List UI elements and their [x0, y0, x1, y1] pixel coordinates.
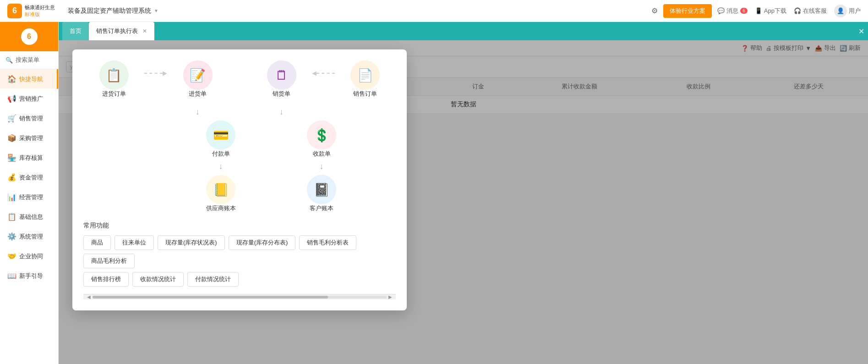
flow-node-customer-ledger: 📓 客户账本: [285, 175, 358, 212]
sidebar-item-system[interactable]: ⚙️ 系统管理: [0, 227, 58, 246]
logo-text: 畅康通好生意 标准版: [25, 4, 55, 17]
down-arrow-receipt: ↓: [285, 162, 358, 171]
func-buttons-row2: 销售排行榜 收款情况统计 付款情况统计: [83, 272, 396, 287]
logo-letter: 6: [12, 6, 17, 16]
func-btn-stock-dist[interactable]: 现存量(库存分布表): [229, 235, 296, 250]
sidebar-item-label: 快捷导航: [19, 75, 43, 83]
sidebar-item-business[interactable]: 📊 经营管理: [0, 187, 58, 207]
sidebar-item-label: 企业协同: [19, 252, 43, 261]
down-arrow-payment: ↓: [184, 162, 257, 171]
sidebar-item-purchase[interactable]: 📦 采购管理: [0, 128, 58, 148]
quick-guide-modal: 📋 进货订单 ▶ 📝 进货单: [72, 49, 407, 310]
sidebar-item-marketing[interactable]: 📢 营销推广: [0, 89, 58, 109]
finance-icon: 💰: [7, 173, 16, 182]
top-bar: 6 畅康通好生意 标准版 装备及固定资产辅助管理系统 ▼ ⚙ 体验行业方案 💬 …: [0, 0, 868, 22]
dropdown-arrow-icon[interactable]: ▼: [154, 8, 158, 13]
online-service-btn[interactable]: 🎧 在线客服: [794, 7, 827, 15]
receipt-bill-icon: 💲: [307, 120, 336, 150]
top-right-actions: 💬 消息 6 📱 App下载 🎧 在线客服 👤 用户: [717, 5, 861, 17]
sidebar-item-guide[interactable]: 📖 新手引导: [0, 266, 58, 286]
func-btn-product-margin[interactable]: 商品毛利分析: [83, 254, 135, 268]
user-btn[interactable]: 👤 用户: [834, 5, 861, 17]
flow-node-receipt-bill: 💲 收款单: [285, 120, 358, 158]
purchase-order-label: 进货订单: [102, 90, 126, 98]
headset-icon: 🎧: [794, 7, 801, 14]
flow-node-sales-bill: 🗒 销货单: [251, 60, 312, 98]
sidebar-item-label: 新手引导: [19, 272, 43, 280]
sales-bill-label: 销货单: [273, 90, 290, 98]
sidebar-item-enterprise[interactable]: 🤝 企业协同: [0, 246, 58, 266]
modal-overlay: 📋 进货订单 ▶ 📝 进货单: [59, 40, 868, 364]
func-btn-sales-rank[interactable]: 销售排行榜: [83, 272, 129, 287]
sidebar-logo-img: 6: [21, 28, 38, 45]
system-title: 装备及固定资产辅助管理系统 ▼: [68, 7, 646, 15]
sidebar-item-basic-info[interactable]: 📋 基础信息: [0, 207, 58, 227]
sidebar-item-label: 经营管理: [19, 193, 43, 201]
sidebar-item-quick-nav[interactable]: 🏠 快捷导航: [0, 69, 58, 89]
scroll-left-icon[interactable]: ◀: [87, 294, 91, 299]
sidebar-item-label: 基础信息: [19, 213, 43, 221]
sidebar-logo: 6: [0, 22, 58, 51]
scroll-right-icon[interactable]: ▶: [388, 294, 392, 299]
flow-down-arrows-1: ↓ ↓: [83, 105, 396, 119]
sidebar-item-label: 销售管理: [19, 114, 43, 123]
app-download-btn[interactable]: 📱 App下载: [755, 7, 786, 15]
func-btn-sales-margin[interactable]: 销售毛利分析表: [299, 235, 356, 250]
logo-icon: 6: [7, 4, 22, 18]
home-icon: 🏠: [7, 75, 16, 83]
sidebar-item-finance[interactable]: 💰 资金管理: [0, 168, 58, 187]
common-func-title: 常用功能: [83, 222, 396, 230]
modal-scrollbar[interactable]: ◀ ▶: [83, 294, 396, 299]
receipt-bill-label: 收款单: [313, 150, 331, 158]
down-arrow-purchase: ↓: [167, 107, 228, 117]
trial-button[interactable]: 体验行业方案: [663, 4, 712, 18]
system-icon: ⚙️: [7, 232, 16, 241]
supplier-ledger-label: 供应商账本: [206, 204, 236, 212]
tab-sales-order-exec[interactable]: 销售订单执行表 ✕: [89, 22, 154, 40]
guide-icon: 📖: [7, 272, 16, 280]
func-btn-partner[interactable]: 往来单位: [115, 235, 154, 250]
tab-home[interactable]: 首页: [62, 22, 89, 40]
search-menu-btn[interactable]: 🔍 搜索菜单: [0, 51, 58, 69]
func-btn-product[interactable]: 商品: [83, 235, 111, 250]
enterprise-icon: 🤝: [7, 252, 16, 261]
flow-node-purchase-bill: 📝 进货单: [167, 60, 228, 98]
sidebar-item-label: 系统管理: [19, 233, 43, 241]
purchase-order-icon: 📋: [99, 60, 129, 90]
func-buttons-container: 商品 往来单位 现存量(库存状况表) 现存量(库存分布表) 销售毛利分析表 商品…: [83, 235, 396, 268]
tab-close-icon[interactable]: ✕: [142, 28, 147, 34]
sidebar: 6 🔍 搜索菜单 🏠 快捷导航 📢 营销推广 🛒 销售管理 📦 采购管理: [0, 22, 59, 364]
func-btn-stock-status[interactable]: 现存量(库存状况表): [158, 235, 225, 250]
tab-bar-close-icon[interactable]: ✕: [858, 27, 864, 36]
sales-icon: 🛒: [7, 114, 16, 123]
content-body: ❓ 帮助 🖨 按模板打印 ▼ 📤 导出 🔄: [59, 40, 868, 364]
func-btn-receipt-stat[interactable]: 收款情况统计: [132, 272, 184, 287]
sales-order-icon: 📄: [350, 60, 380, 90]
func-btn-payment-stat[interactable]: 付款情况统计: [187, 272, 239, 287]
sidebar-item-label: 采购管理: [19, 134, 43, 142]
purchase-icon: 📦: [7, 134, 16, 142]
arrow-right-1: ▶: [144, 70, 167, 76]
sales-order-label: 销售订单: [353, 90, 377, 98]
payment-bill-icon: 💳: [206, 120, 235, 150]
sales-bill-icon: 🗒: [267, 60, 296, 90]
app-download-icon: 📱: [755, 7, 762, 14]
sidebar-item-label: 营销推广: [19, 95, 43, 103]
sidebar-item-inventory[interactable]: 🏪 库存核算: [0, 148, 58, 168]
purchase-bill-icon: 📝: [183, 60, 213, 90]
inventory-icon: 🏪: [7, 153, 16, 162]
customer-ledger-label: 客户账本: [310, 204, 333, 212]
sidebar-item-sales[interactable]: 🛒 销售管理: [0, 109, 58, 128]
scroll-thumb: [93, 296, 328, 299]
system-title-text: 装备及固定资产辅助管理系统: [68, 7, 151, 15]
message-btn[interactable]: 💬 消息 6: [717, 7, 748, 15]
tab-bar: 首页 销售订单执行表 ✕ ✕: [59, 22, 868, 40]
flow-down-arrows-2: ↓ ↓: [83, 160, 396, 173]
flow-node-supplier-ledger: 📒 供应商账本: [184, 175, 257, 212]
settings-icon[interactable]: ⚙: [651, 6, 658, 15]
logo-area: 6 畅康通好生意 标准版: [7, 4, 62, 18]
flow-row-3: 📒 供应商账本 📓 客户账本: [83, 175, 396, 212]
purchase-bill-label: 进货单: [189, 90, 207, 98]
basic-info-icon: 📋: [7, 212, 16, 221]
message-badge: 6: [740, 8, 748, 14]
